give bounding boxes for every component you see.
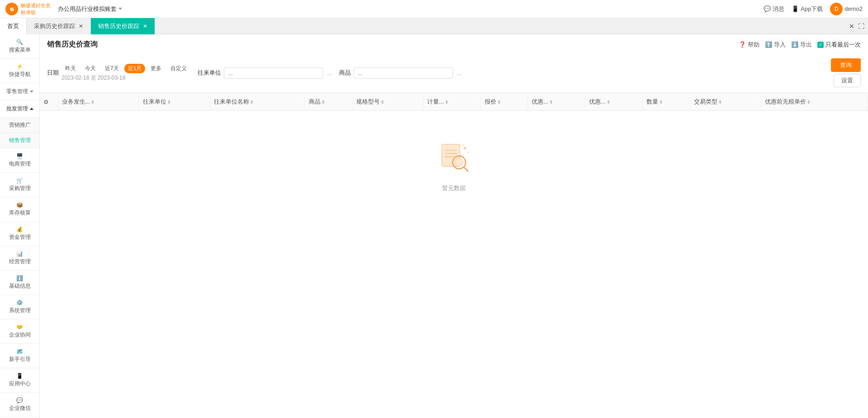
th-discount1[interactable]: 优惠...	[528, 93, 585, 111]
filter-row: 日期 昨天 今天 近7天 近1月 更多 自定义 2023-02-18 至 202…	[47, 55, 861, 93]
only-last-checkbox[interactable]: ✓ 只看最后一次	[817, 41, 861, 49]
tab-sales-close-icon[interactable]: ✕	[143, 23, 147, 29]
import-icon: ⬆️	[765, 41, 772, 48]
th-unit[interactable]: 计量...	[423, 93, 481, 111]
sidebar-item-enterprise[interactable]: 🤝 企业协同	[0, 319, 39, 344]
quicknav-icon: ⚡	[16, 63, 23, 70]
th-discount2[interactable]: 优惠...	[585, 93, 643, 111]
svg-point-10	[467, 152, 469, 153]
page-title: 销售历史价查询	[47, 40, 98, 49]
app-selector[interactable]: 办公用品行业模拟账套	[54, 3, 126, 15]
settings-button[interactable]: 设置	[834, 74, 861, 87]
sidebar-item-wechat-label: 企业微信	[9, 404, 31, 412]
th-biz-date[interactable]: 业务发生...	[58, 93, 139, 111]
date-options-area: 昨天 今天 近7天 近1月 更多 自定义 2023-02-18 至 2023-0…	[61, 64, 190, 82]
sort-arrows-quantity	[660, 100, 662, 104]
date-btn-yesterday[interactable]: 昨天	[61, 64, 80, 73]
product-filter-dots: ...	[457, 70, 462, 76]
sidebar-item-basic-info[interactable]: ℹ️ 基础信息	[0, 271, 39, 295]
sidebar-item-sales-mgmt[interactable]: 销售管理	[0, 133, 39, 148]
export-button[interactable]: ⬇️ 导出	[791, 41, 812, 49]
sidebar-item-marketing[interactable]: 营销推广	[0, 118, 39, 133]
svg-point-7	[455, 158, 463, 166]
help-button[interactable]: ❓ 帮助	[739, 41, 760, 49]
sidebar-item-finance[interactable]: 💰 资金管理	[0, 222, 39, 246]
sidebar-item-ecommerce[interactable]: 🖥️ 电商管理	[0, 148, 39, 173]
th-product[interactable]: 商品	[305, 93, 352, 111]
page-actions: ❓ 帮助 ⬆️ 导入 ⬇️ 导出 ✓ 只看最后一次	[739, 41, 861, 49]
sidebar-item-system[interactable]: ⚙️ 系统管理	[0, 295, 39, 319]
svg-line-8	[464, 167, 468, 171]
sidebar-item-operations[interactable]: 📊 经营管理	[0, 246, 39, 271]
sidebar-item-basicinfo-label: 基础信息	[9, 282, 31, 290]
th-partner-code[interactable]: 往来单位	[139, 93, 210, 111]
tab-sales-history[interactable]: 销售历史价跟踪 ✕	[91, 18, 155, 34]
partner-filter-label: 往来单位	[198, 69, 221, 77]
app-download-button[interactable]: 📱 App下载	[792, 5, 823, 13]
date-btn-more[interactable]: 更多	[147, 64, 165, 73]
sort-arrows-discount2	[607, 100, 610, 104]
sidebar-item-salesmgmt-label: 销售管理	[9, 137, 31, 143]
tab-home-label: 首页	[7, 22, 19, 30]
product-filter-input[interactable]	[354, 67, 453, 79]
sort-arrows-biz-date	[91, 100, 94, 104]
partner-filter-input[interactable]	[224, 67, 323, 79]
sidebar-item-purchase-label: 采购管理	[9, 185, 31, 192]
export-icon: ⬇️	[791, 41, 798, 48]
tab-purchase-history[interactable]: 采购历史价跟踪 ✕	[27, 18, 91, 34]
avatar: D	[830, 3, 843, 15]
sidebar-item-purchase[interactable]: 🛒 采购管理	[0, 173, 39, 197]
app-selector-label: 办公用品行业模拟账套	[58, 5, 117, 13]
sidebar-item-wechat[interactable]: 💬 企业微信	[0, 393, 39, 417]
date-btn-1month[interactable]: 近1月	[124, 64, 146, 73]
date-btn-today[interactable]: 今天	[81, 64, 99, 73]
date-btn-custom[interactable]: 自定义	[167, 64, 190, 73]
sidebar-item-marketing-label: 营销推广	[9, 122, 31, 128]
appcenter-icon: 📱	[16, 373, 23, 379]
date-options: 昨天 今天 近7天 近1月 更多 自定义	[61, 64, 190, 73]
help-icon: ❓	[739, 41, 746, 48]
th-partner-name[interactable]: 往来单位名称	[210, 93, 305, 111]
message-button[interactable]: 💬 消息	[764, 5, 784, 13]
basicinfo-icon: ℹ️	[16, 275, 23, 281]
th-spec[interactable]: 规格型号	[352, 93, 423, 111]
sidebar-item-inventory[interactable]: 📦 库存核算	[0, 197, 39, 222]
partner-filter-group: 往来单位 ...	[198, 67, 332, 79]
sidebar-item-search-label: 搜索菜单	[9, 46, 31, 54]
sidebar-item-wholesale[interactable]: 批发管理	[0, 100, 39, 118]
empty-illustration	[436, 138, 472, 179]
tab-home[interactable]: 首页	[0, 18, 27, 34]
table-container: ⚙ 业务发生...	[40, 93, 868, 418]
maximize-icon[interactable]: ⛶	[858, 23, 864, 30]
page-title-row: 销售历史价查询 ❓ 帮助 ⬆️ 导入 ⬇️ 导出 ✓	[47, 40, 861, 49]
user-menu[interactable]: D demo2	[830, 3, 863, 15]
th-pretax-price[interactable]: 优惠前无税单价	[761, 93, 868, 111]
th-quantity[interactable]: 数量	[642, 93, 690, 111]
import-button[interactable]: ⬆️ 导入	[765, 41, 786, 49]
sidebar-item-retail[interactable]: 零售管理	[0, 83, 39, 100]
main-area: 🔍 搜索菜单 ⚡ 快捷导航 零售管理 批发管理 营销推广 销售管理 🖥️ 电商管…	[0, 34, 868, 418]
logo-text: 畅捷通好生意 标准版	[21, 2, 51, 15]
date-btn-7days[interactable]: 近7天	[101, 64, 123, 73]
th-price[interactable]: 报价	[481, 93, 528, 111]
query-button[interactable]: 查询	[831, 58, 861, 72]
sidebar-item-inventory-label: 库存核算	[9, 209, 31, 217]
th-trade-type[interactable]: 交易类型	[690, 93, 761, 111]
sidebar-item-guide[interactable]: 🗺️ 新手引导	[0, 344, 39, 368]
sidebar-item-quick-nav[interactable]: ⚡ 快捷导航	[0, 59, 39, 83]
date-filter-group: 日期 昨天 今天 近7天 近1月 更多 自定义 2023-02-18 至 202…	[47, 64, 190, 82]
message-icon: 💬	[764, 5, 771, 12]
search-icon: 🔍	[16, 39, 23, 45]
purchase-icon: 🛒	[16, 177, 23, 184]
tab-purchase-close-icon[interactable]: ✕	[79, 23, 83, 29]
date-range-display: 2023-02-18 至 2023-03-18	[61, 74, 190, 82]
table-settings-icon[interactable]: ⚙	[43, 99, 49, 105]
wechat-icon: 💬	[16, 397, 23, 404]
sidebar-item-search[interactable]: 🔍 搜索菜单	[0, 34, 39, 59]
sidebar-item-app-center[interactable]: 📱 应用中心	[0, 368, 39, 393]
logo-icon: 畅	[5, 3, 18, 15]
sidebar-item-retail-label: 零售管理	[6, 88, 28, 95]
close-all-icon[interactable]: ✕	[849, 23, 854, 30]
sort-arrows-product	[322, 100, 325, 104]
svg-text:畅: 畅	[10, 7, 14, 12]
